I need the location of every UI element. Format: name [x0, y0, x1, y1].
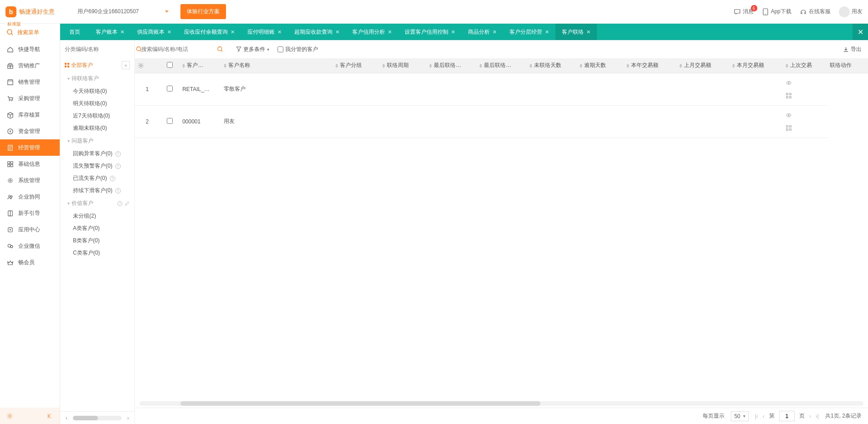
tabs-close-all[interactable]: ✕	[853, 24, 868, 40]
view-icon[interactable]	[786, 80, 824, 86]
select-all-checkbox[interactable]	[167, 62, 173, 68]
scroll-thumb[interactable]	[180, 401, 540, 406]
my-customers-checkbox[interactable]: 我分管的客户	[277, 46, 318, 53]
next-page-icon[interactable]: ›	[809, 413, 811, 419]
col-thismonth[interactable]: 本月交易额	[729, 58, 782, 73]
nav-item-finance[interactable]: ¥资金管理	[0, 123, 60, 139]
close-icon[interactable]: ✕	[545, 29, 549, 35]
settings-icon[interactable]	[6, 413, 13, 419]
nav-item-inventory[interactable]: 库存核算	[0, 107, 60, 123]
tree-leaf[interactable]: 近7天待联络(0)	[60, 110, 134, 122]
online-service-link[interactable]: 在线客服	[800, 8, 831, 15]
export-button[interactable]: 导出	[843, 46, 862, 53]
tree-leaf[interactable]: B类客户(0)	[60, 235, 134, 247]
nav-item-appcenter[interactable]: 应用中心	[0, 221, 60, 238]
scroll-right-icon[interactable]: ›	[124, 415, 132, 421]
settings-column[interactable]	[135, 58, 159, 73]
scroll-track[interactable]	[73, 416, 122, 420]
messages-link[interactable]: 消息 6	[734, 8, 754, 15]
table-search-input[interactable]	[141, 46, 214, 52]
close-icon[interactable]: ✕	[167, 29, 171, 35]
close-icon[interactable]: ✕	[231, 29, 235, 35]
tree-leaf[interactable]: 逾期未联络(0)	[60, 122, 134, 134]
help-icon[interactable]: ?	[110, 176, 115, 181]
nav-item-sales[interactable]: 销售管理	[0, 74, 60, 90]
tab-vendor-ledger[interactable]: 供应商账本✕	[131, 24, 178, 40]
nav-item-marketing[interactable]: 营销推广	[0, 57, 60, 74]
checkbox-input[interactable]	[277, 46, 283, 52]
tab-customer-tier[interactable]: 客户分层经营✕	[503, 24, 555, 40]
tab-product-analysis[interactable]: 商品分析✕	[462, 24, 503, 40]
scroll-track[interactable]	[139, 401, 863, 406]
nav-item-member[interactable]: 畅会员	[0, 254, 60, 271]
more-icon[interactable]	[786, 125, 824, 131]
table-row[interactable]: 2 000001 用友	[135, 105, 868, 138]
col-code[interactable]: 客户…	[180, 58, 221, 73]
nav-item-wecom[interactable]: 企业微信	[0, 238, 60, 254]
tree-scrollbar[interactable]: ‹ ›	[60, 411, 134, 424]
table-search[interactable]	[141, 46, 228, 53]
close-icon[interactable]: ✕	[388, 29, 392, 35]
col-lasttx[interactable]: 上次交易	[783, 58, 827, 73]
row-checkbox[interactable]	[167, 118, 173, 124]
tree-leaf[interactable]: A类客户(0)	[60, 222, 134, 235]
last-page-icon[interactable]: ›|	[816, 413, 819, 419]
first-page-icon[interactable]: |‹	[755, 413, 758, 419]
view-icon[interactable]	[786, 112, 824, 118]
tab-home[interactable]: 首页	[60, 24, 89, 40]
row-checkbox[interactable]	[167, 86, 173, 92]
more-conditions[interactable]: 更多条件 ▾	[236, 46, 269, 53]
help-icon[interactable]: ?	[115, 163, 121, 169]
close-icon[interactable]: ✕	[451, 29, 455, 35]
nav-item-collab[interactable]: 企业协同	[0, 189, 60, 205]
tree-search[interactable]	[60, 40, 134, 58]
col-name[interactable]: 客户名称	[221, 58, 333, 73]
tab-overdue-ar[interactable]: 超期应收款查询✕	[288, 24, 346, 40]
nav-item-quicknav[interactable]: 快捷导航	[0, 41, 60, 57]
nav-item-business[interactable]: 经营管理	[0, 139, 60, 156]
col-cycle[interactable]: 联络周期	[380, 58, 426, 73]
tree-group-value[interactable]: ▾价值客户 ?	[60, 197, 134, 210]
tree-all-customers[interactable]: 全部客户	[65, 61, 93, 69]
col-year[interactable]: 本年交易额	[624, 58, 677, 73]
tree-leaf[interactable]: 今天待联络(0)	[60, 85, 134, 97]
close-icon[interactable]: ✕	[277, 29, 282, 35]
help-icon[interactable]: ?	[117, 201, 123, 206]
col-lastmonth[interactable]: 上月交易额	[677, 58, 729, 73]
col-nodays[interactable]: 未联络天数	[527, 58, 577, 73]
col-group[interactable]: 客户分组	[333, 58, 380, 73]
per-page-select[interactable]: 50 ▾	[731, 411, 748, 421]
tab-arap-balance[interactable]: 应收应付余额查询✕	[178, 24, 241, 40]
checkbox-column[interactable]	[159, 58, 180, 73]
user-menu[interactable]: 用友	[839, 6, 863, 17]
table-row[interactable]: 1 RETAIL_… 零散客户	[135, 73, 868, 105]
tree-leaf[interactable]: 已流失客户(0)?	[60, 172, 134, 184]
tree-leaf[interactable]: 流失预警客户(0)?	[60, 160, 134, 172]
tenant-selector[interactable]: 用户690企业1660120507	[73, 6, 173, 17]
nav-item-guide[interactable]: 新手引导	[0, 205, 60, 221]
close-icon[interactable]: ✕	[120, 29, 124, 35]
tab-ap-detail[interactable]: 应付明细账✕	[241, 24, 288, 40]
close-icon[interactable]: ✕	[335, 29, 339, 35]
close-icon[interactable]: ✕	[493, 29, 497, 35]
col-last2[interactable]: 最后联络…	[477, 58, 527, 73]
tree-search-input[interactable]	[65, 46, 133, 52]
tab-customer-ledger[interactable]: 客户账本✕	[89, 24, 131, 40]
tree-leaf[interactable]: 回购异常客户(0)?	[60, 148, 134, 160]
tree-group-pending[interactable]: ▾待联络客户	[60, 72, 134, 85]
tab-credit-control[interactable]: 设置客户信用控制✕	[398, 24, 462, 40]
close-icon[interactable]: ✕	[586, 29, 591, 35]
prev-page-icon[interactable]: ‹	[763, 413, 765, 419]
nav-item-basicinfo[interactable]: 基础信息	[0, 156, 60, 172]
tab-customer-contact[interactable]: 客户联络✕	[555, 24, 597, 40]
tree-leaf[interactable]: 未分组(2)	[60, 210, 134, 222]
help-icon[interactable]: ?	[115, 188, 121, 194]
tree-group-problem[interactable]: ▾问题客户	[60, 134, 134, 148]
app-download-link[interactable]: App下载	[762, 8, 791, 15]
nav-item-purchase[interactable]: 采购管理	[0, 90, 60, 107]
tab-credit-analysis[interactable]: 客户信用分析✕	[346, 24, 398, 40]
edit-icon[interactable]	[124, 201, 130, 206]
collapse-nav-icon[interactable]	[46, 413, 53, 419]
col-last1[interactable]: 最后联络…	[426, 58, 477, 73]
horizontal-scrollbar[interactable]	[135, 399, 868, 408]
